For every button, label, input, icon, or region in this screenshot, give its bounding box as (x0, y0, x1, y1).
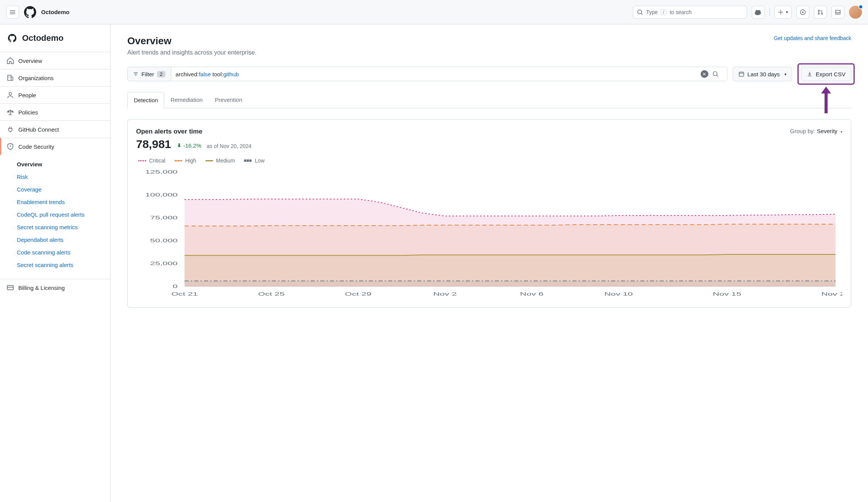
issues-button[interactable] (796, 6, 809, 19)
subnav-enablement-trends[interactable]: Enablement trends (17, 196, 110, 208)
user-avatar[interactable] (849, 6, 862, 19)
plug-icon (7, 126, 14, 133)
subnav-risk[interactable]: Risk (17, 171, 110, 183)
arrow-down-icon (176, 143, 182, 148)
org-name-sidebar[interactable]: Octodemo (22, 33, 64, 43)
sidebar-item-organizations[interactable]: Organizations (0, 69, 110, 86)
date-range-label: Last 30 days (748, 71, 780, 77)
law-icon (7, 109, 14, 116)
page-title: Overview (127, 35, 257, 47)
sidebar-item-people[interactable]: People (0, 86, 110, 103)
pull-requests-button[interactable] (814, 6, 827, 19)
svg-text:Oct 25: Oct 25 (258, 291, 285, 296)
person-icon (7, 92, 14, 98)
organization-icon (7, 74, 14, 81)
legend-high: High (175, 158, 196, 164)
svg-text:Nov 2: Nov 2 (433, 291, 457, 296)
sidebar-item-github-connect[interactable]: GitHub Connect (0, 121, 110, 138)
chart-plot: 025,00050,00075,000100,000125,000Oct 21O… (136, 168, 842, 299)
search-placeholder-suffix: to search (670, 9, 692, 15)
groupby-selector[interactable]: Group by: Severity ▾ (790, 128, 842, 134)
subnav-code-scanning-alerts[interactable]: Code scanning alerts (17, 246, 110, 259)
filter-query-input[interactable]: archived:false tool:github ✕ (171, 67, 727, 81)
sidebar-item-overview[interactable]: Overview (0, 52, 110, 69)
sidebar-item-code-security[interactable]: Code Security (0, 138, 110, 155)
page-subtitle: Alert trends and insights across your en… (127, 49, 257, 56)
svg-point-1 (802, 11, 804, 13)
svg-text:25,000: 25,000 (150, 261, 178, 266)
swatch-medium (205, 160, 213, 161)
clear-filter-button[interactable]: ✕ (701, 70, 708, 78)
search-kbd: / (661, 9, 666, 15)
filter-icon (133, 71, 138, 77)
svg-text:125,000: 125,000 (145, 169, 178, 174)
subnav-codeql-pr-alerts[interactable]: CodeQL pull request alerts (17, 208, 110, 221)
shield-icon (7, 143, 14, 150)
divider (769, 8, 770, 16)
search-placeholder-prefix: Type (646, 9, 658, 15)
github-logo[interactable] (24, 6, 37, 19)
filter-button[interactable]: Filter 2 (128, 67, 171, 81)
chevron-down-icon: ▾ (786, 10, 788, 14)
svg-text:Nov 6: Nov 6 (520, 291, 544, 296)
inbox-button[interactable] (831, 6, 844, 19)
global-search[interactable]: Type / to search (633, 6, 747, 19)
filter-count-badge: 2 (157, 71, 165, 77)
subnav-coverage[interactable]: Coverage (17, 183, 110, 196)
nav-label: People (18, 92, 36, 98)
nav-label: Code Security (18, 143, 54, 150)
svg-point-2 (9, 92, 12, 95)
subnav-dependabot-alerts[interactable]: Dependabot alerts (17, 233, 110, 246)
query-key-2: tool: (211, 71, 223, 77)
download-icon (807, 71, 813, 77)
subnav-secret-scanning-alerts[interactable]: Secret scanning alerts (17, 259, 110, 271)
feedback-link[interactable]: Get updates and share feedback (774, 35, 851, 41)
chart-delta: -16.2% (176, 142, 202, 149)
svg-text:75,000: 75,000 (150, 215, 178, 220)
chart-metric-value: 78,981 (136, 138, 171, 151)
tab-prevention[interactable]: Prevention (209, 92, 249, 108)
sidebar-item-policies[interactable]: Policies (0, 103, 110, 121)
chevron-down-icon: ▾ (785, 72, 786, 76)
export-csv-button[interactable]: Export CSV (801, 67, 851, 81)
filter-label: Filter (141, 71, 154, 77)
filter-search-button[interactable] (708, 71, 722, 77)
credit-card-icon (7, 284, 14, 291)
svg-text:Oct 29: Oct 29 (345, 291, 372, 296)
chevron-down-icon: ▾ (841, 130, 842, 134)
tab-remediation[interactable]: Remediation (164, 92, 209, 108)
copilot-button[interactable] (752, 6, 765, 19)
chart-asof: as of Nov 20, 2024 (207, 143, 252, 149)
create-new-button[interactable]: ▾ (774, 6, 792, 19)
svg-text:Nov 10: Nov 10 (604, 291, 633, 296)
svg-text:0: 0 (173, 283, 178, 289)
nav-label: Billing & Licensing (18, 285, 65, 291)
svg-rect-3 (7, 285, 13, 290)
org-name-top[interactable]: Octodemo (41, 9, 69, 15)
query-val-1: false (199, 71, 211, 77)
svg-text:50,000: 50,000 (150, 238, 178, 243)
subnav-secret-scanning-metrics[interactable]: Secret scanning metrics (17, 221, 110, 233)
search-icon (637, 9, 643, 15)
home-icon (7, 57, 14, 64)
calendar-icon (738, 71, 744, 77)
tab-detection[interactable]: Detection (127, 92, 164, 108)
notification-dot (858, 5, 863, 9)
export-label: Export CSV (816, 71, 846, 77)
subnav-overview[interactable]: Overview (17, 158, 110, 171)
svg-rect-4 (739, 72, 744, 76)
nav-label: GitHub Connect (18, 126, 59, 133)
highlight-annotation: Export CSV (797, 63, 855, 85)
legend-low: Low (244, 158, 265, 164)
svg-text:100,000: 100,000 (145, 192, 178, 197)
swatch-high (175, 160, 182, 161)
hamburger-menu-button[interactable] (6, 6, 19, 19)
swatch-critical (138, 160, 146, 161)
date-range-button[interactable]: Last 30 days ▾ (733, 67, 792, 81)
nav-label: Policies (18, 109, 38, 116)
swatch-low (244, 159, 252, 162)
sidebar-item-billing[interactable]: Billing & Licensing (0, 279, 110, 296)
org-avatar (7, 33, 18, 43)
svg-text:Nov 20: Nov 20 (821, 291, 842, 296)
legend-medium: Medium (205, 158, 235, 164)
